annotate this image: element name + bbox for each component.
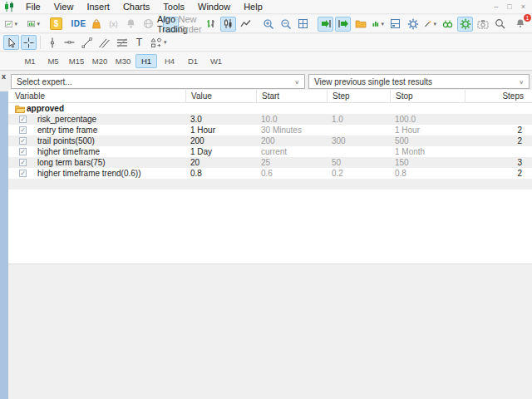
param-start[interactable]: 10.0 [256, 114, 327, 125]
text-tool-button[interactable]: T [131, 35, 147, 50]
metaeditor-button[interactable]: IDE [71, 17, 86, 32]
column-header-steps[interactable]: Steps [465, 90, 532, 102]
panel-close-button[interactable]: x [2, 73, 6, 81]
column-header-step[interactable]: Step [327, 90, 390, 102]
menu-file[interactable]: File [19, 0, 47, 13]
line-chart-mode-button[interactable] [238, 17, 254, 32]
column-header-start[interactable]: Start [256, 90, 327, 102]
checkbox[interactable]: ✓ [19, 148, 27, 155]
chart-shift-button[interactable] [335, 17, 351, 32]
timeframe-h1[interactable]: H1 [135, 54, 157, 68]
auto-scroll-button[interactable] [318, 17, 333, 32]
param-value[interactable]: 0.8 [185, 168, 256, 179]
new-order-button[interactable]: New Order [180, 17, 196, 32]
param-row-long-term-bars[interactable]: ✓ long term bars(75) 20 25 50 150 3 [8, 157, 532, 168]
param-value[interactable]: 1 Day [185, 146, 256, 157]
menu-view[interactable]: View [47, 0, 81, 13]
timeframe-m30[interactable]: M30 [112, 54, 134, 68]
menu-window[interactable]: Window [191, 0, 237, 13]
param-step[interactable]: 0.2 [327, 168, 390, 179]
param-step[interactable]: 1.0 [327, 114, 390, 125]
param-step[interactable] [327, 125, 390, 135]
column-header-value[interactable]: Value [185, 90, 256, 102]
alerts-button[interactable] [123, 17, 139, 32]
param-row-higher-timeframe-trend[interactable]: ✓ higher timeframe trend(0.6)) 0.8 0.6 0… [8, 168, 532, 179]
param-start[interactable]: current [256, 146, 327, 157]
menu-insert[interactable]: Insert [80, 0, 116, 13]
vertical-line-tool-button[interactable] [44, 35, 60, 50]
market-button[interactable] [88, 17, 104, 32]
column-header-stop[interactable]: Stop [390, 90, 465, 102]
timeframe-m15[interactable]: M15 [66, 54, 87, 68]
screenshot-button[interactable] [475, 17, 490, 32]
deposit-button[interactable]: $ [48, 17, 64, 32]
close-button[interactable]: × [521, 1, 525, 12]
zoom-out-button[interactable] [278, 17, 293, 32]
expert-select[interactable]: Select expert... ∨ [11, 74, 305, 89]
horizontal-line-tool-button[interactable] [62, 35, 77, 50]
param-row-higher-timeframe[interactable]: ✓ higher timeframe 1 Day current 1 Month [8, 146, 532, 157]
menu-tools[interactable]: Tools [156, 0, 191, 13]
timeframe-d1[interactable]: D1 [182, 54, 204, 68]
bar-chart-mode-button[interactable] [203, 17, 219, 32]
param-start[interactable]: 0.6 [256, 168, 327, 179]
column-header-variable[interactable]: Variable [8, 90, 185, 102]
notifications-button[interactable]: 1 [512, 17, 528, 32]
param-stop[interactable]: 1 Hour [390, 125, 465, 135]
param-start[interactable]: 30 Minutes [256, 125, 327, 135]
chart-profiles-button[interactable]: ▾ [26, 17, 42, 32]
timeframe-m20[interactable]: M20 [89, 54, 111, 68]
param-row-trail-points[interactable]: ✓ trail points(500) 200 200 300 500 2 [8, 135, 532, 146]
timeframe-h4[interactable]: H4 [159, 54, 180, 68]
minimize-button[interactable]: – [494, 1, 498, 12]
algo-trading-button[interactable]: Algo Trading [163, 17, 179, 32]
timeframe-w1[interactable]: W1 [205, 54, 227, 68]
timeframe-m5[interactable]: M5 [42, 54, 64, 68]
results-select[interactable]: View previous single test results ∨ [308, 74, 530, 89]
zoom-in-button[interactable] [260, 17, 276, 32]
trendline-tool-button[interactable] [79, 35, 95, 50]
checkbox[interactable]: ✓ [19, 116, 27, 123]
param-stop[interactable]: 1 Month [390, 146, 465, 157]
param-step[interactable]: 50 [327, 157, 390, 168]
param-start[interactable]: 200 [256, 135, 327, 146]
strategy-button[interactable]: ▾ [422, 17, 438, 32]
param-row-entry-time-frame[interactable]: ✓ entry time frame 1 Hour 30 Minutes 1 H… [8, 125, 532, 135]
strategy-tester-button[interactable] [457, 17, 473, 32]
param-stop[interactable]: 0.8 [390, 168, 465, 179]
search-button[interactable] [492, 17, 508, 32]
strategy-tester-tab[interactable]: Strategy Tester [0, 91, 8, 399]
param-row-risk-percentage[interactable]: ✓ risk_percentage 3.0 10.0 1.0 100.0 [8, 114, 532, 125]
signals-button[interactable]: (x) [106, 17, 121, 32]
maximize-button[interactable]: □ [507, 1, 511, 12]
param-step[interactable] [327, 146, 390, 157]
param-value[interactable]: 200 [185, 135, 256, 146]
community-button[interactable] [140, 17, 156, 32]
indicators-button[interactable]: ▾ [370, 17, 386, 32]
param-stop[interactable]: 500 [390, 135, 465, 146]
timeframe-m1[interactable]: M1 [19, 54, 41, 68]
checkbox[interactable]: ✓ [19, 170, 27, 177]
tile-windows-button[interactable] [387, 17, 403, 32]
checkbox[interactable]: ✓ [19, 159, 27, 166]
grid-button[interactable] [295, 17, 311, 32]
menu-charts[interactable]: Charts [116, 0, 156, 13]
shapes-tool-button[interactable]: ▾ [149, 35, 169, 50]
group-row-approved[interactable]: approved [8, 103, 532, 114]
cursor-tool-button[interactable] [3, 35, 19, 50]
checkbox[interactable]: ✓ [19, 137, 27, 145]
param-step[interactable]: 300 [327, 135, 390, 146]
param-value[interactable]: 3.0 [185, 114, 256, 125]
find-symbols-button[interactable] [440, 17, 456, 32]
param-start[interactable]: 25 [256, 157, 327, 168]
checkbox[interactable]: ✓ [19, 126, 27, 134]
menu-help[interactable]: Help [237, 0, 269, 13]
param-stop[interactable]: 150 [390, 157, 465, 168]
depth-of-market-button[interactable] [352, 17, 368, 32]
new-chart-button[interactable]: ▾ [3, 17, 19, 32]
fibonacci-tool-button[interactable] [114, 35, 130, 50]
crosshair-tool-button[interactable] [21, 35, 37, 50]
channel-tool-button[interactable] [96, 35, 112, 50]
candlestick-mode-button[interactable] [220, 17, 236, 32]
param-stop[interactable]: 100.0 [390, 114, 465, 125]
